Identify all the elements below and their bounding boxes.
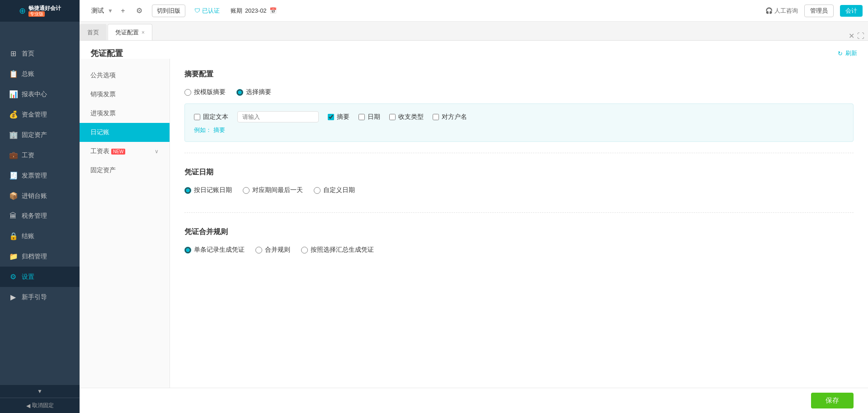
verified-badge: 🛡 已认证 bbox=[194, 7, 220, 15]
reports-icon: 📊 bbox=[9, 90, 17, 99]
company-dropdown-icon[interactable]: ▼ bbox=[108, 8, 113, 14]
new-badge: NEW bbox=[111, 149, 125, 155]
select-summary-option[interactable]: 选择摘要 bbox=[236, 88, 271, 96]
assets-icon: 🏢 bbox=[9, 131, 17, 139]
fixed-text-checkbox[interactable] bbox=[194, 114, 200, 120]
sidebar-item-capital[interactable]: 💰 资金管理 bbox=[0, 104, 80, 125]
single-record-option[interactable]: 单条记录生成凭证 bbox=[184, 246, 245, 254]
by-selection-option[interactable]: 按照选择汇总生成凭证 bbox=[301, 246, 374, 254]
summary-checkbox[interactable] bbox=[328, 114, 334, 120]
sidebar-item-purchase-sales[interactable]: 📦 进销台账 bbox=[0, 186, 80, 206]
page-content: 凭证配置 ↻ 刷新 公共选项 销项发票 进项发票 bbox=[80, 41, 868, 413]
left-nav-item-payroll-table[interactable]: 工资表 NEW ∨ bbox=[80, 142, 170, 161]
consult-button[interactable]: 🎧 人工咨询 bbox=[765, 7, 798, 15]
logo-icon: ⊕ bbox=[19, 6, 26, 16]
calendar-icon[interactable]: 📅 bbox=[269, 7, 277, 14]
capital-icon: 💰 bbox=[9, 110, 17, 119]
select-summary-radio[interactable] bbox=[236, 89, 243, 96]
sidebar-item-archive[interactable]: 📁 归档管理 bbox=[0, 246, 80, 267]
template-summary-option[interactable]: 按模版摘要 bbox=[184, 88, 226, 96]
fixed-text-option[interactable]: 固定文本 bbox=[194, 113, 228, 121]
archive-icon: 📁 bbox=[9, 252, 17, 261]
manager-button[interactable]: 管理员 bbox=[804, 5, 834, 17]
summary-title: 摘要配置 bbox=[184, 70, 854, 79]
date-section: 凭证日期 按日记账日期 对应期间最后一天 bbox=[184, 168, 854, 213]
sidebar-scroll: ⊞ 首页 📋 总账 📊 报表中心 💰 资金管理 🏢 固定资产 💼 工资 bbox=[0, 43, 80, 385]
left-nav-item-purchase-invoice[interactable]: 进项发票 bbox=[80, 104, 170, 123]
merge-title: 凭证合并规则 bbox=[184, 227, 854, 237]
close-tab-button[interactable]: ✕ bbox=[849, 32, 854, 40]
right-content: 摘要配置 按模版摘要 选择摘要 bbox=[170, 59, 868, 388]
left-nav-item-journal[interactable]: 日记账 bbox=[80, 123, 170, 142]
settings-icon: ⚙ bbox=[9, 272, 17, 281]
sidebar-item-invoice[interactable]: 🧾 发票管理 bbox=[0, 165, 80, 186]
sidebar-item-assets[interactable]: 🏢 固定资产 bbox=[0, 125, 80, 145]
custom-date-radio[interactable] bbox=[314, 187, 321, 194]
summary-checkbox-option[interactable]: 摘要 bbox=[328, 113, 349, 121]
summary-sub-options: 固定文本 摘要 日期 bbox=[184, 103, 854, 142]
journal-date-option[interactable]: 按日记账日期 bbox=[184, 186, 232, 194]
sidebar-item-home[interactable]: ⊞ 首页 bbox=[0, 43, 80, 64]
summary-section: 摘要配置 按模版摘要 选择摘要 bbox=[184, 70, 854, 153]
summary-checkboxes-row: 固定文本 摘要 日期 bbox=[194, 111, 844, 122]
date-title: 凭证日期 bbox=[184, 168, 854, 177]
template-summary-radio[interactable] bbox=[184, 89, 191, 96]
journal-date-radio[interactable] bbox=[184, 187, 191, 194]
add-button[interactable]: + bbox=[117, 5, 129, 17]
payroll-icon: 💼 bbox=[9, 151, 17, 160]
sidebar-item-guide[interactable]: ▶ 新手引导 bbox=[0, 287, 80, 307]
tab-voucher-config[interactable]: 凭证配置 × bbox=[108, 24, 152, 40]
left-nav-item-public[interactable]: 公共选项 bbox=[80, 66, 170, 85]
old-version-button[interactable]: 切到旧版 bbox=[152, 5, 185, 17]
sidebar: ⊞ 首页 📋 总账 📊 报表中心 💰 资金管理 🏢 固定资产 💼 工资 bbox=[0, 22, 80, 413]
settings-icon-btn[interactable]: ⚙ bbox=[133, 5, 146, 17]
expand-icon: ∨ bbox=[155, 148, 159, 155]
period-last-option[interactable]: 对应期间最后一天 bbox=[243, 186, 303, 194]
merge-rules-option[interactable]: 合并规则 bbox=[255, 246, 290, 254]
period-last-radio[interactable] bbox=[243, 187, 250, 194]
save-button[interactable]: 保存 bbox=[811, 393, 854, 408]
left-nav-item-fixed-assets[interactable]: 固定资产 bbox=[80, 161, 170, 180]
counterpart-option[interactable]: 对方户名 bbox=[433, 113, 467, 121]
refresh-icon: ↻ bbox=[838, 50, 843, 57]
sidebar-item-payroll[interactable]: 💼 工资 bbox=[0, 145, 80, 165]
main-layout: ⊞ 首页 📋 总账 📊 报表中心 💰 资金管理 🏢 固定资产 💼 工资 bbox=[0, 22, 868, 413]
tab-close-icon[interactable]: × bbox=[142, 29, 145, 36]
sidebar-item-close[interactable]: 🔒 结账 bbox=[0, 226, 80, 246]
left-nav-item-sales-invoice[interactable]: 销项发票 bbox=[80, 85, 170, 104]
save-bar: 保存 bbox=[80, 388, 868, 413]
income-type-checkbox[interactable] bbox=[389, 114, 396, 120]
date-checkbox-option[interactable]: 日期 bbox=[359, 113, 380, 121]
sidebar-scroll-down[interactable]: ▼ bbox=[0, 385, 80, 398]
inner-layout: 公共选项 销项发票 进项发票 日记账 工资表 NEW ∨ bbox=[80, 59, 868, 388]
sidebar-item-ledger[interactable]: 📋 总账 bbox=[0, 64, 80, 84]
single-record-radio[interactable] bbox=[184, 247, 191, 253]
tab-home[interactable]: 首页 bbox=[80, 24, 107, 40]
tab-bar: 首页 凭证配置 × ✕ ⛶ bbox=[80, 22, 868, 41]
page-header: 凭证配置 ↻ 刷新 bbox=[80, 41, 868, 59]
tax-icon: 🏛 bbox=[9, 212, 17, 220]
merge-rules-radio[interactable] bbox=[255, 247, 262, 253]
topbar-right: 🎧 人工咨询 管理员 会计 bbox=[765, 5, 863, 17]
company-name: 测试 bbox=[91, 7, 104, 15]
fixed-text-input[interactable] bbox=[237, 111, 319, 122]
income-type-option[interactable]: 收支类型 bbox=[389, 113, 424, 121]
sidebar-item-reports[interactable]: 📊 报表中心 bbox=[0, 84, 80, 104]
custom-date-option[interactable]: 自定义日期 bbox=[314, 186, 355, 194]
guide-icon: ▶ bbox=[9, 293, 17, 301]
invoice-icon: 🧾 bbox=[9, 171, 17, 180]
by-selection-radio[interactable] bbox=[301, 247, 308, 253]
pin-left-icon: ◀ bbox=[26, 403, 30, 409]
pin-toggle-button[interactable]: ◀ 取消固定 bbox=[0, 398, 80, 413]
refresh-button[interactable]: ↻ 刷新 bbox=[838, 49, 857, 57]
date-checkbox[interactable] bbox=[359, 114, 365, 120]
date-option-row: 按日记账日期 对应期间最后一天 自定义日期 bbox=[184, 186, 854, 194]
logo-sub: 专业版 bbox=[28, 11, 45, 17]
accountant-button[interactable]: 会计 bbox=[840, 5, 863, 17]
logo-text: 畅捷通好会计 bbox=[28, 5, 61, 11]
ledger-icon: 📋 bbox=[9, 70, 17, 78]
fullscreen-button[interactable]: ⛶ bbox=[857, 32, 864, 40]
sidebar-item-settings[interactable]: ⚙ 设置 bbox=[0, 267, 80, 287]
counterpart-checkbox[interactable] bbox=[433, 114, 439, 120]
sidebar-item-tax[interactable]: 🏛 税务管理 bbox=[0, 206, 80, 226]
